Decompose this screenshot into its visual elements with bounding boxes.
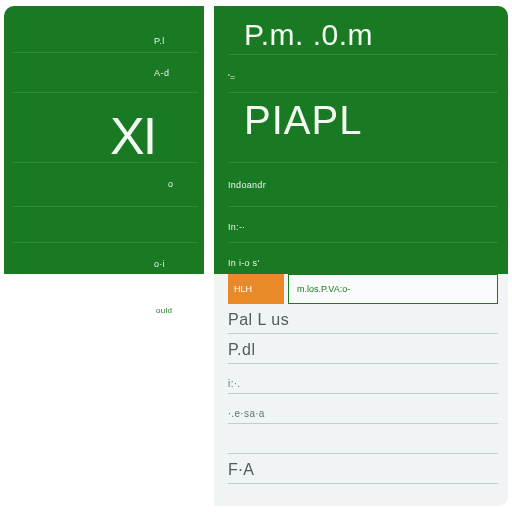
green-row-2: Indoandr: [228, 180, 266, 190]
highlight-key-cell[interactable]: HLH: [228, 274, 284, 304]
left-green-block: [4, 6, 204, 274]
green-row-4: In i-o s': [228, 258, 259, 268]
divider-line: [228, 242, 498, 243]
list-item[interactable]: P.dl: [228, 334, 498, 364]
page-subtitle: PIAPL: [244, 98, 362, 143]
divider-line: [228, 162, 498, 163]
list-item[interactable]: [228, 424, 498, 454]
green-row-1: '=: [228, 72, 236, 82]
list-item[interactable]: [228, 484, 498, 506]
divider-line: [228, 92, 498, 93]
page-title: P.m. .0.m: [244, 18, 373, 52]
list-item[interactable]: ·.e·sa·a: [228, 394, 498, 424]
left-label-2: A-d: [154, 68, 170, 78]
right-panel: P.m. .0.m '= PIAPL Indoandr In:-· In i-o…: [214, 6, 508, 506]
highlight-key: HLH: [234, 284, 252, 294]
left-label-3: o: [168, 179, 174, 189]
divider-line: [12, 162, 198, 163]
divider-line: [228, 54, 498, 55]
list-item-label: P.dl: [228, 341, 256, 359]
highlight-row[interactable]: HLH m.los.P.VA:o-: [228, 274, 498, 304]
app-frame: P.l A-d XI o o·i ould P.m. .0.m '= PIAPL…: [4, 6, 508, 506]
left-panel: P.l A-d XI o o·i ould: [4, 6, 204, 506]
panel-divider: [204, 6, 214, 506]
divider-line: [228, 206, 498, 207]
list-item-label: i:·.: [228, 378, 241, 389]
green-row-3: In:-·: [228, 222, 245, 232]
left-big-mark: XI: [110, 106, 155, 166]
list-item-label: Pal L us: [228, 311, 289, 329]
divider-line: [12, 242, 198, 243]
divider-line: [12, 206, 198, 207]
left-foot-tag: ould: [156, 306, 172, 315]
highlight-value: m.los.P.VA:o-: [297, 284, 350, 294]
divider-line: [12, 92, 198, 93]
divider-line: [12, 52, 198, 53]
left-label-1: P.l: [154, 36, 165, 46]
list-item[interactable]: Pal L us: [228, 304, 498, 334]
list-item-label: F·A: [228, 461, 254, 479]
list-item[interactable]: F·A: [228, 454, 498, 484]
list-item-label: ·.e·sa·a: [228, 408, 265, 419]
highlight-value-cell[interactable]: m.los.P.VA:o-: [288, 274, 498, 304]
left-label-4: o·i: [154, 259, 165, 269]
list-item[interactable]: i:·.: [228, 364, 498, 394]
